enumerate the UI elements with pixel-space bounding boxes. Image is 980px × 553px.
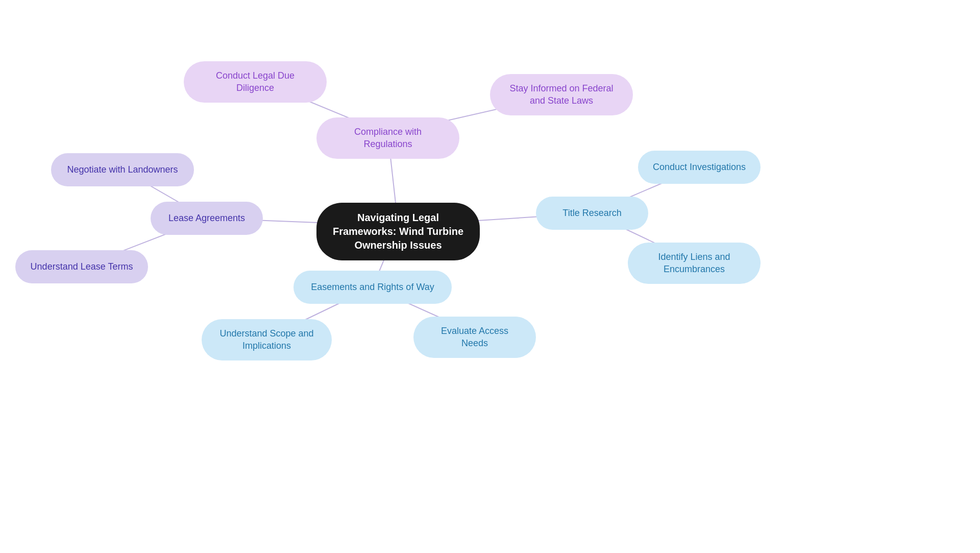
node-center: Navigating Legal Frameworks: Wind Turbin… [316,203,480,260]
node-negotiate: Negotiate with Landowners [51,153,194,186]
node-identify_liens: Identify Liens and Encumbrances [628,243,761,284]
node-conduct_investigations: Conduct Investigations [638,151,761,184]
node-conduct_legal: Conduct Legal Due Diligence [184,61,327,103]
node-easements: Easements and Rights of Way [293,271,452,304]
node-lease_agreements: Lease Agreements [151,202,263,235]
node-title_research: Title Research [536,197,648,230]
node-understand_scope: Understand Scope and Implications [202,319,332,360]
node-evaluate_access: Evaluate Access Needs [413,317,536,358]
node-stay_informed: Stay Informed on Federal and State Laws [490,74,633,115]
node-compliance: Compliance with Regulations [316,117,459,159]
node-understand_lease: Understand Lease Terms [15,250,148,283]
mindmap-container: Navigating Legal Frameworks: Wind Turbin… [0,0,980,553]
connections-svg [0,0,980,553]
